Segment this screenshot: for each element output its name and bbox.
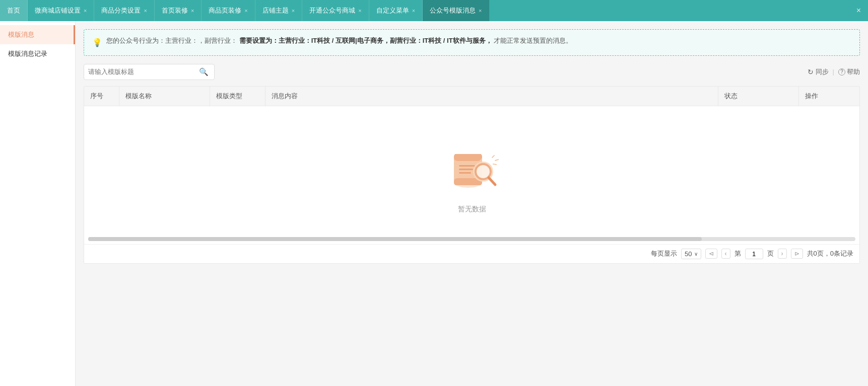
table-header: 序号 模版名称 模版类型 消息内容 状态 操作 (84, 87, 859, 106)
main-layout: 模版消息 模版消息记录 💡 您的公众号行业为：主营行业：，副营行业： 需要设置为… (0, 21, 868, 386)
svg-line-6 (489, 178, 495, 185)
notice-text: 您的公众号行业为：主营行业：，副营行业： 需要设置为：主营行业：IT科技 / 互… (106, 36, 572, 46)
prev-page-button[interactable]: ‹ (721, 249, 730, 259)
nav-tab-open-mall[interactable]: 开通公众号商城 × (302, 0, 369, 21)
col-header-action: 操作 (799, 87, 859, 106)
nav-tab-template-msg[interactable]: 公众号模版消息 × (423, 0, 489, 21)
data-table: 序号 模版名称 模版类型 消息内容 状态 操作 (84, 86, 860, 264)
svg-rect-2 (459, 169, 473, 170)
search-box[interactable]: 🔍 (84, 64, 215, 80)
page-number-input[interactable] (745, 249, 763, 259)
empty-state: 暂无数据 (84, 106, 859, 234)
sidebar-item-template-message[interactable]: 模版消息 (0, 25, 75, 44)
first-page-button[interactable]: ⊲ (705, 249, 717, 259)
sync-icon: ↻ (808, 68, 814, 76)
chevron-down-icon: ∨ (694, 251, 698, 257)
sidebar: 模版消息 模版消息记录 (0, 21, 76, 386)
help-icon: ? (838, 68, 845, 75)
scrollbar-thumb[interactable] (88, 237, 702, 241)
col-header-type: 模版类型 (210, 87, 265, 106)
horizontal-scrollbar[interactable] (84, 234, 859, 244)
pipe-divider: | (833, 68, 834, 75)
content-area: 💡 您的公众号行业为：主营行业：，副营行业： 需要设置为：主营行业：IT科技 /… (76, 21, 868, 386)
close-icon[interactable]: × (292, 8, 295, 14)
svg-line-7 (492, 156, 494, 158)
nav-tab-product-decor[interactable]: 商品页装修 × (202, 0, 255, 21)
total-text: 共0页，0条记录 (807, 249, 853, 258)
search-button[interactable]: 🔍 (199, 67, 209, 76)
close-icon[interactable]: × (84, 8, 87, 14)
search-row: 🔍 ↻ 同步 | ? 帮助 (84, 64, 860, 80)
search-input[interactable] (88, 68, 199, 75)
close-icon[interactable]: × (191, 8, 194, 14)
close-icon[interactable]: × (144, 8, 147, 14)
sidebar-item-template-record[interactable]: 模版消息记录 (0, 44, 75, 63)
help-button[interactable]: ? 帮助 (838, 67, 860, 76)
empty-text: 暂无数据 (458, 205, 486, 214)
last-page-button[interactable]: ⊳ (791, 249, 803, 259)
next-page-button[interactable]: › (778, 249, 787, 259)
page-size-select[interactable]: 50 ∨ (681, 249, 701, 259)
pagination: 每页显示 50 ∨ ⊲ ‹ 第 页 › ⊳ 共0页，0条记录 (84, 244, 859, 263)
page-word: 页 (767, 249, 774, 258)
top-navigation: 首页 微商城店铺设置 × 商品分类设置 × 首页装修 × 商品页装修 × 店铺主… (0, 0, 868, 21)
lightbulb-icon: 💡 (92, 36, 102, 49)
page-size-label: 每页显示 (651, 249, 677, 258)
svg-rect-1 (459, 165, 475, 167)
close-all-button[interactable]: × (849, 6, 868, 15)
col-header-name: 模版名称 (119, 87, 210, 106)
page-word-di: 第 (735, 249, 741, 258)
close-icon[interactable]: × (479, 8, 482, 14)
nav-tab-micro-shop[interactable]: 微商城店铺设置 × (28, 0, 94, 21)
nav-tab-category[interactable]: 商品分类设置 × (94, 0, 154, 21)
nav-tab-home[interactable]: 首页 (0, 0, 28, 21)
close-icon[interactable]: × (412, 8, 415, 14)
sync-button[interactable]: ↻ 同步 (808, 67, 829, 76)
notice-banner: 💡 您的公众号行业为：主营行业：，副营行业： 需要设置为：主营行业：IT科技 /… (84, 29, 860, 56)
scrollbar-track[interactable] (88, 237, 855, 241)
empty-illustration (442, 136, 502, 197)
nav-tab-homepage-decor[interactable]: 首页装修 × (155, 0, 202, 21)
col-header-status: 状态 (718, 87, 799, 106)
close-icon[interactable]: × (244, 8, 247, 14)
close-icon[interactable]: × (358, 8, 361, 14)
svg-line-9 (493, 164, 496, 165)
col-header-index: 序号 (84, 87, 119, 106)
svg-line-8 (495, 160, 498, 161)
nav-tab-shop-theme[interactable]: 店铺主题 × (255, 0, 302, 21)
svg-rect-3 (459, 172, 471, 174)
col-header-content: 消息内容 (265, 87, 718, 106)
nav-tab-custom-menu[interactable]: 自定义菜单 × (369, 0, 423, 21)
sync-help-area: ↻ 同步 | ? 帮助 (808, 67, 860, 76)
